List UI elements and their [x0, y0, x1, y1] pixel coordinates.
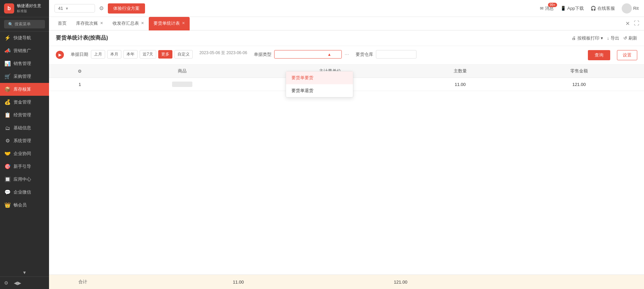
sidebar-item-operations[interactable]: 📋 经营管理 — [0, 109, 49, 121]
date-this-year-btn[interactable]: 本年 — [123, 50, 138, 59]
doc-type-select[interactable]: ▲ — [274, 50, 342, 59]
main-area: 41 ▼ ⚙ 体验行业方案 ✉ 消息 99+ 📱 App下载 🎧 在线客服 Ri… — [49, 0, 644, 289]
sidebar-search-area[interactable]: 🔍 搜索菜单 — [0, 17, 49, 31]
tab-home[interactable]: 首页 — [53, 17, 71, 30]
print-template-btn[interactable]: 🖨 按模板打印 ▾ — [572, 35, 603, 41]
export-icon: ↓ — [607, 36, 610, 41]
sidebar-item-guide[interactable]: 🎯 新手引导 — [0, 160, 49, 173]
date-custom-btn[interactable]: 自定义 — [174, 50, 193, 59]
app-logo-icon: b — [4, 3, 14, 14]
topbar-gear-icon[interactable]: ⚙ — [99, 5, 104, 12]
dropdown-item-purchase-return[interactable]: 要货单退货 — [286, 84, 353, 97]
tab-collection-summary-close[interactable]: ✕ — [141, 21, 144, 25]
cell-qty: 11.00 — [406, 78, 514, 91]
close-all-tabs-btn[interactable]: ✕ — [625, 20, 630, 27]
filter-bar: ▶ 单据日期 上月 本月 本年 近7天 更多 自定义 2023-05-06 至 … — [49, 46, 644, 65]
date-last-month-btn[interactable]: 上月 — [91, 50, 105, 59]
app-sub: 标准版 — [17, 9, 41, 14]
expand-tabs-btn[interactable]: ⛶ — [633, 20, 640, 27]
date-this-month-btn[interactable]: 本月 — [107, 50, 121, 59]
trial-industry-btn[interactable]: 体验行业方案 — [108, 3, 145, 14]
col-product: 商品 — [111, 65, 254, 78]
warehouse-select[interactable] — [376, 50, 416, 59]
tab-order-stats-label: 要货单统计表 — [153, 20, 180, 26]
date-filter-options: 上月 本月 本年 近7天 更多 自定义 — [91, 50, 193, 59]
marketing-icon: 📣 — [4, 48, 11, 54]
sales-icon: 📊 — [4, 61, 11, 67]
table-footer: 合计 11.00 121.00 — [49, 274, 644, 289]
page-inner: 要货单统计表(按商品) 🖨 按模板打印 ▾ ↓ 导出 ↺ 刷新 — [49, 30, 644, 289]
date-last-7days-btn[interactable]: 近7天 — [140, 50, 156, 59]
date-more-btn[interactable]: 更多 — [158, 50, 172, 59]
settings-icon[interactable]: ⚙ — [4, 280, 8, 286]
tab-home-label: 首页 — [58, 20, 67, 26]
sidebar: b 畅捷通好生意 标准版 🔍 搜索菜单 ⚡ 快捷导航 📣 营销推广 📊 销售管理… — [0, 0, 49, 289]
sidebar-label-guide: 新手引导 — [14, 163, 31, 170]
footer-qty: 11.00 — [157, 280, 319, 285]
sidebar-label-inventory: 库存核算 — [14, 86, 31, 92]
sidebar-label-purchase: 采购管理 — [14, 73, 31, 80]
settings-btn[interactable]: 设置 — [617, 50, 637, 60]
warehouse-select-value — [379, 52, 380, 57]
tab-order-stats-close[interactable]: ✕ — [182, 21, 185, 25]
sidebar-item-quicknav[interactable]: ⚡ 快捷导航 — [0, 31, 49, 44]
apps-icon: 🔲 — [4, 176, 11, 182]
sidebar-item-wechat[interactable]: 💬 企业微信 — [0, 186, 49, 199]
footer-amount: 121.00 — [319, 280, 482, 285]
tabs-bar: 首页 库存批次账 ✕ 收发存汇总表 ✕ 要货单统计表 ✕ ✕ ⛶ — [49, 17, 644, 30]
page-title: 要货单统计表(按商品) — [56, 35, 108, 42]
sidebar-item-purchase[interactable]: 🛒 采购管理 — [0, 70, 49, 83]
guide-icon: 🎯 — [4, 163, 11, 170]
col-settings[interactable]: ⚙ — [49, 65, 111, 78]
finance-icon: 💰 — [4, 99, 11, 105]
store-selector[interactable]: 41 ▼ — [54, 4, 95, 13]
sidebar-item-enterprise[interactable]: 🤝 企业协同 — [0, 147, 49, 160]
sidebar-item-sales[interactable]: 📊 销售管理 — [0, 57, 49, 70]
refresh-btn[interactable]: ↺ 刷新 — [623, 35, 637, 41]
warehouse-filter-group: 要货仓库 — [356, 50, 416, 59]
date-range-text: 2023-05-06 至 2023-06-06 — [199, 50, 247, 56]
download-icon: 📱 — [560, 6, 566, 11]
sidebar-label-member: 畅会员 — [14, 202, 27, 208]
sidebar-label-system: 系统管理 — [14, 138, 31, 144]
export-btn[interactable]: ↓ 导出 — [607, 35, 620, 41]
dropdown-item-purchase-order[interactable]: 要货单要货 — [286, 71, 353, 84]
doc-type-select-arrow-icon: ▲ — [327, 52, 331, 57]
app-download-btn[interactable]: 📱 App下载 — [560, 5, 584, 12]
sidebar-item-system[interactable]: ⚙ 系统管理 — [0, 134, 49, 147]
query-btn[interactable]: 查询 — [588, 50, 610, 60]
sidebar-item-marketing[interactable]: 📣 营销推广 — [0, 44, 49, 57]
user-avatar-area[interactable]: Rit — [622, 3, 639, 14]
tab-inventory-batch[interactable]: 库存批次账 ✕ — [71, 17, 108, 30]
search-menu-label: 搜索菜单 — [15, 21, 31, 27]
inventory-icon: 📦 — [4, 86, 11, 92]
search-menu-btn[interactable]: 🔍 搜索菜单 — [4, 20, 45, 28]
tabs-controls: ✕ ⛶ — [625, 20, 640, 27]
filter-expand-btn[interactable]: ▶ — [56, 51, 64, 59]
sidebar-logo: b 畅捷通好生意 标准版 — [0, 0, 49, 17]
messages-btn[interactable]: ✉ 消息 99+ — [540, 5, 554, 12]
tab-inventory-batch-label: 库存批次账 — [76, 20, 98, 26]
date-filter-group: 单据日期 上月 本月 本年 近7天 更多 自定义 — [71, 50, 193, 59]
sidebar-collapse-btn[interactable]: ◀▶ — [14, 280, 21, 286]
online-service-btn[interactable]: 🎧 在线客服 — [591, 5, 615, 12]
print-icon: 🖨 — [572, 36, 576, 41]
sidebar-item-finance[interactable]: 💰 资金管理 — [0, 96, 49, 109]
print-dropdown-icon: ▾ — [601, 36, 603, 41]
sidebar-item-member[interactable]: 👑 畅会员 — [0, 199, 49, 212]
doc-type-more-icon[interactable]: ··· — [344, 51, 349, 58]
app-name: 畅捷通好生意 — [17, 3, 41, 9]
tab-order-stats[interactable]: 要货单统计表 ✕ — [149, 17, 190, 30]
sidebar-item-inventory[interactable]: 📦 库存核算 — [0, 83, 49, 96]
tab-collection-summary[interactable]: 收发存汇总表 ✕ — [108, 17, 149, 30]
product-name-blurred — [172, 82, 192, 87]
sidebar-scroll-down[interactable]: ▼ — [0, 269, 49, 276]
sidebar-item-apps[interactable]: 🔲 应用中心 — [0, 173, 49, 186]
selector-arrow-icon: ▼ — [65, 6, 69, 10]
page-header: 要货单统计表(按商品) 🖨 按模板打印 ▾ ↓ 导出 ↺ 刷新 — [49, 30, 644, 46]
sidebar-item-basic[interactable]: 🗂 基础信息 — [0, 121, 49, 134]
purchase-icon: 🛒 — [4, 73, 11, 80]
tab-inventory-batch-close[interactable]: ✕ — [100, 21, 103, 25]
wechat-icon: 💬 — [4, 189, 11, 195]
export-label: 导出 — [611, 35, 619, 41]
